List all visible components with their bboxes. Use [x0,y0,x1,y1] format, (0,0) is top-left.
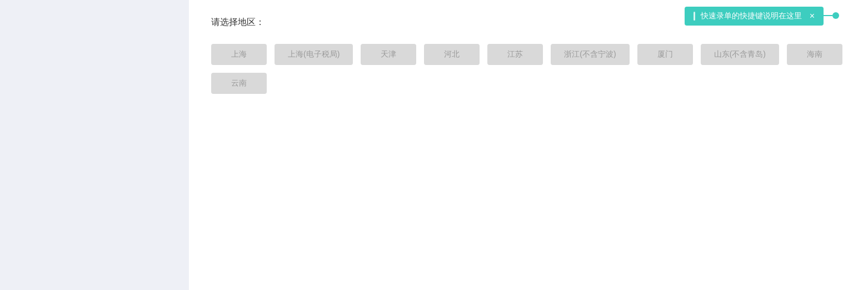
tooltip-label: 快速录单的快捷键说明在这里 [701,11,802,21]
tooltip-close-button[interactable]: × [810,12,815,21]
region-button-shanghai-etax[interactable]: 上海(电子税局) [275,44,353,65]
bar-accent [694,12,695,21]
tooltip-dot-indicator [832,12,839,19]
left-sidebar [0,0,189,290]
region-button-hainan[interactable]: 海南 [787,44,842,65]
region-button-xiamen[interactable]: 厦门 [637,44,693,65]
main-content: 请选择地区： 上海上海(电子税局)天津河北江苏浙江(不含宁波)厦门山东(不含青岛… [189,0,868,290]
region-button-zhejiang[interactable]: 浙江(不含宁波) [551,44,629,65]
region-buttons-container: 上海上海(电子税局)天津河北江苏浙江(不含宁波)厦门山东(不含青岛)海南云南 [211,44,846,94]
region-button-hebei[interactable]: 河北 [424,44,480,65]
tooltip-bar: 快速录单的快捷键说明在这里 × [685,7,824,26]
tooltip-connector-line [822,15,832,16]
region-button-yunnan[interactable]: 云南 [211,73,267,94]
region-button-shanghai[interactable]: 上海 [211,44,267,65]
region-button-tianjin[interactable]: 天津 [361,44,416,65]
region-button-shandong[interactable]: 山东(不含青岛) [701,44,779,65]
region-button-jiangsu[interactable]: 江苏 [487,44,543,65]
